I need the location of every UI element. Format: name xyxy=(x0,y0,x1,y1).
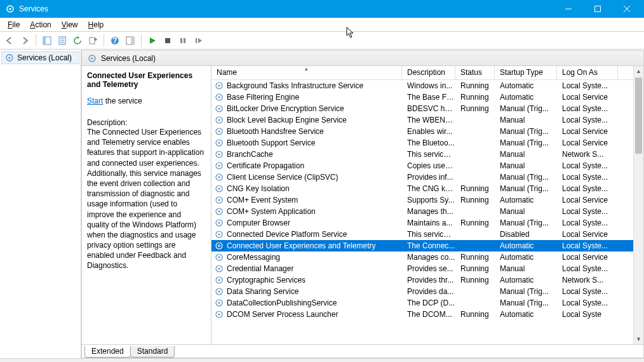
col-startup[interactable]: Startup Type xyxy=(495,66,557,79)
table-row[interactable]: CNG Key IsolationThe CNG ke...RunningMan… xyxy=(211,183,633,194)
svg-point-32 xyxy=(218,119,220,121)
table-row[interactable]: Certificate PropagationCopies user ...Ma… xyxy=(211,160,633,171)
table-row[interactable]: Cryptographic ServicesProvides thr...Run… xyxy=(211,274,633,286)
service-startup: Manual xyxy=(495,150,557,159)
svg-point-40 xyxy=(218,165,220,167)
service-logon: Local Syste... xyxy=(557,264,618,273)
svg-point-62 xyxy=(218,291,220,293)
table-row[interactable]: Client License Service (ClipSVC)Provides… xyxy=(211,171,633,183)
scrollbar-thumb[interactable] xyxy=(635,77,642,154)
table-row[interactable]: Bluetooth Support ServiceThe Bluetoo...M… xyxy=(211,137,633,149)
svg-rect-20 xyxy=(196,38,197,43)
table-row[interactable]: BranchCacheThis service ...ManualNetwork… xyxy=(211,149,633,160)
svg-point-54 xyxy=(218,245,220,247)
table-row[interactable]: Block Level Backup Engine ServiceThe WBE… xyxy=(211,114,633,126)
menu-action[interactable]: Action xyxy=(25,19,56,30)
close-button[interactable] xyxy=(612,0,641,18)
service-startup: Automatic xyxy=(495,81,557,90)
service-desc: Provides da... xyxy=(402,287,455,296)
svg-point-64 xyxy=(218,302,220,304)
table-row[interactable]: Base Filtering EngineThe Base Fil...Runn… xyxy=(211,91,633,103)
service-name: Certificate Propagation xyxy=(227,161,304,170)
table-row[interactable]: Computer BrowserMaintains a...RunningMan… xyxy=(211,217,633,229)
service-desc: The Bluetoo... xyxy=(402,138,455,147)
service-logon: Local Service xyxy=(557,93,618,102)
svg-rect-18 xyxy=(180,38,182,43)
gear-icon xyxy=(214,241,224,251)
svg-rect-16 xyxy=(131,37,134,44)
svg-point-30 xyxy=(218,108,220,110)
service-desc: BDESVC hos... xyxy=(402,104,455,113)
table-row[interactable]: Connected User Experiences and Telemetry… xyxy=(211,240,633,251)
table-row[interactable]: DCOM Server Process LauncherThe DCOM...R… xyxy=(211,309,633,320)
service-desc: Copies user ... xyxy=(402,161,455,170)
gear-icon xyxy=(214,298,224,308)
table-row[interactable]: COM+ Event SystemSupports Sy...RunningAu… xyxy=(211,194,633,206)
service-startup: Automatic xyxy=(495,241,557,250)
service-logon: Local Syste... xyxy=(557,116,618,124)
stop-service-button[interactable] xyxy=(161,34,175,48)
gear-icon xyxy=(214,275,224,285)
pause-service-button[interactable] xyxy=(176,34,190,48)
list-body[interactable]: Background Tasks Infrastructure ServiceW… xyxy=(211,80,633,344)
help-button[interactable]: ? xyxy=(108,34,122,48)
tree-node-services-local[interactable]: Services (Local) xyxy=(1,51,79,64)
table-row[interactable]: Background Tasks Infrastructure ServiceW… xyxy=(211,80,633,91)
pane-header: Services (Local) xyxy=(82,51,643,66)
svg-point-36 xyxy=(218,142,220,144)
action-pane-button[interactable] xyxy=(123,34,137,48)
svg-point-50 xyxy=(218,222,220,224)
maximize-button[interactable] xyxy=(583,0,612,18)
table-row[interactable]: DataCollectionPublishingServiceThe DCP (… xyxy=(211,297,633,309)
minimize-button[interactable] xyxy=(554,0,583,18)
table-row[interactable]: Credential ManagerProvides se...RunningM… xyxy=(211,263,633,274)
start-link[interactable]: Start xyxy=(87,97,103,105)
svg-point-52 xyxy=(218,234,220,236)
svg-text:?: ? xyxy=(112,36,117,45)
col-logon[interactable]: Log On As xyxy=(557,66,618,79)
right-pane: Services (Local) Connected User Experien… xyxy=(81,50,644,358)
gear-icon xyxy=(214,252,224,262)
service-logon: Local Syste... xyxy=(557,173,618,182)
table-row[interactable]: Connected Device Platform ServiceThis se… xyxy=(211,229,633,240)
service-name: Data Sharing Service xyxy=(227,287,299,296)
svg-point-48 xyxy=(218,211,220,213)
gear-icon xyxy=(214,309,224,319)
start-service-button[interactable] xyxy=(145,34,159,48)
table-row[interactable]: COM+ System ApplicationManages th...Manu… xyxy=(211,206,633,217)
service-desc: The DCOM... xyxy=(402,310,455,319)
window-title: Services xyxy=(19,4,554,13)
scroll-up-icon[interactable]: ▲ xyxy=(634,66,643,76)
service-desc: This service ... xyxy=(402,150,455,159)
restart-service-button[interactable] xyxy=(191,34,205,48)
back-button[interactable] xyxy=(3,34,17,48)
menu-file[interactable]: File xyxy=(3,19,25,30)
table-row[interactable]: Data Sharing ServiceProvides da...Manual… xyxy=(211,286,633,297)
service-logon: Local Syste... xyxy=(557,287,618,296)
col-name[interactable]: Name▴ xyxy=(211,66,402,79)
service-name: CNG Key Isolation xyxy=(227,184,290,193)
toolbar-separator xyxy=(141,34,142,47)
menu-view[interactable]: View xyxy=(57,19,83,30)
vertical-scrollbar[interactable]: ▲ ▼ xyxy=(633,66,643,344)
scroll-down-icon[interactable]: ▼ xyxy=(634,334,643,344)
tab-standard[interactable]: Standard xyxy=(130,346,175,358)
forward-button[interactable] xyxy=(18,34,32,48)
main-area: Services (Local) Services (Local) Connec… xyxy=(0,50,644,358)
refresh-button[interactable] xyxy=(70,34,84,48)
col-status[interactable]: Status xyxy=(455,66,495,79)
gear-icon xyxy=(214,149,224,159)
show-hide-tree-button[interactable] xyxy=(40,34,54,48)
service-logon: Local Service xyxy=(557,230,618,239)
service-status: Running xyxy=(455,218,495,227)
title-bar: Services xyxy=(0,0,644,18)
menu-help[interactable]: Help xyxy=(83,19,109,30)
tab-extended[interactable]: Extended xyxy=(84,346,131,358)
export-button[interactable] xyxy=(86,34,100,48)
table-row[interactable]: Bluetooth Handsfree ServiceEnables wir..… xyxy=(211,126,633,137)
table-row[interactable]: CoreMessagingManages co...RunningAutomat… xyxy=(211,251,633,263)
properties-button[interactable] xyxy=(55,34,69,48)
col-description[interactable]: Description xyxy=(402,66,455,79)
service-logon: Local Service xyxy=(557,138,618,147)
table-row[interactable]: BitLocker Drive Encryption ServiceBDESVC… xyxy=(211,103,633,114)
